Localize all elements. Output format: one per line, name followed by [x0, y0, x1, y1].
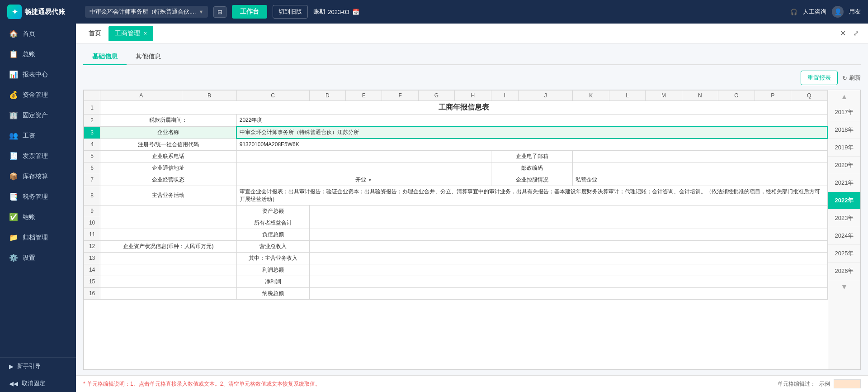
col-header-Q[interactable]: Q	[791, 91, 827, 101]
sidebar-label-inventory: 库存核算	[23, 172, 48, 181]
col-header-N[interactable]: N	[682, 91, 718, 101]
year-item-2023[interactable]: 2023年	[828, 210, 860, 227]
sidebar-item-settings[interactable]: ⚙️ 设置	[0, 248, 76, 268]
sidebar-item-inventory[interactable]: 📦 库存核算	[0, 166, 76, 186]
sidebar-item-home[interactable]: 🏠 首页	[0, 24, 76, 44]
spreadsheet-main[interactable]: A B C D E F G H I J K L	[84, 90, 828, 369]
sidebar-newbie[interactable]: ▶ 新手引导	[0, 358, 76, 375]
year-item-2020[interactable]: 2020年	[828, 157, 860, 174]
company-selector[interactable]: 中审众环会计师事务所（特殊普通合伙.... ▼	[85, 6, 208, 18]
sidebar-item-close[interactable]: ✅ 结账	[0, 207, 76, 227]
pin-icon: ◀◀	[9, 380, 18, 387]
tab-home[interactable]: 首页	[83, 26, 107, 41]
user-service-label[interactable]: 人工咨询	[803, 8, 826, 16]
row-num-9: 9	[84, 205, 100, 217]
sidebar-label-invoice: 发票管理	[23, 152, 48, 160]
col-header-I[interactable]: I	[491, 91, 518, 101]
col-header-D[interactable]: D	[309, 91, 345, 101]
assets-icon: 🏢	[9, 111, 18, 120]
sidebar-bottom: ▶ 新手引导 ◀◀ 取消固定	[0, 357, 76, 392]
sheet-title[interactable]: 工商年报信息表	[100, 101, 827, 115]
col-header-J[interactable]: J	[518, 91, 573, 101]
cell-9-value[interactable]	[309, 205, 827, 217]
col-header-F[interactable]: F	[382, 91, 418, 101]
cell-7-value2[interactable]: 私营企业	[573, 174, 827, 186]
subtab-basic[interactable]: 基础信息	[83, 49, 127, 65]
subtab-other[interactable]: 其他信息	[127, 49, 170, 65]
cell-5-value2[interactable]	[573, 150, 827, 162]
cell-6-value1[interactable]	[236, 162, 491, 174]
col-header-H[interactable]: H	[455, 91, 491, 101]
year-item-2021[interactable]: 2021年	[828, 174, 860, 192]
tab-bar-actions: ✕ ⤢	[838, 27, 861, 39]
cell-15-value[interactable]	[309, 276, 827, 287]
year-item-2022[interactable]: 2022年	[828, 192, 860, 210]
close-panel-button[interactable]: ✕	[838, 27, 848, 39]
tab-close-icon[interactable]: ×	[144, 30, 147, 37]
sidebar-item-tax[interactable]: 📑 税务管理	[0, 186, 76, 207]
row-num-3: 3	[84, 126, 100, 139]
cell-7-dropdown[interactable]: 开业 ▼	[236, 174, 491, 186]
cell-4-value[interactable]: 91320100MA208E5W6K	[236, 139, 827, 150]
reset-report-button[interactable]: 重置报表	[801, 71, 838, 85]
col-header-B[interactable]: B	[182, 91, 237, 101]
col-header-G[interactable]: G	[418, 91, 454, 101]
cell-6-value2[interactable]	[573, 162, 827, 174]
sidebar-item-invoice[interactable]: 🧾 发票管理	[0, 146, 76, 166]
table-row: 7 企业经营状态 开业 ▼ 企业控股情况 私营企业	[84, 174, 828, 186]
year-item-2026[interactable]: 2026年	[828, 263, 860, 280]
cell-16-value[interactable]	[309, 287, 827, 299]
toolbar: 重置报表 ↻ 刷新	[83, 71, 861, 85]
sidebar-unpin[interactable]: ◀◀ 取消固定	[0, 375, 76, 392]
col-header-K[interactable]: K	[573, 91, 609, 101]
copy-company-button[interactable]: ⊟	[213, 6, 226, 18]
col-header-E[interactable]: E	[345, 91, 382, 101]
cell-14-value[interactable]	[309, 264, 827, 276]
dropdown-arrow-icon: ▼	[368, 177, 372, 182]
sidebar-item-reports[interactable]: 📊 报表中心	[0, 64, 76, 85]
workbench-button[interactable]: 工作台	[232, 5, 267, 19]
table-row: 10 所有者权益合计	[84, 217, 828, 229]
cell-8-value[interactable]: 审查企业会计报表；出具审计报告；验证企业资本；出具验资报告；办理企业合并、分立、…	[236, 186, 827, 205]
refresh-icon: ↻	[842, 75, 847, 81]
sidebar-item-ledger[interactable]: 📋 总账	[0, 44, 76, 64]
table-row: 8 主营业务活动 审查企业会计报表；出具审计报告；验证企业资本；出具验资报告；办…	[84, 186, 828, 205]
reports-icon: 📊	[9, 70, 18, 79]
calendar-icon[interactable]: 📅	[352, 9, 359, 15]
col-header-A[interactable]: A	[100, 91, 182, 101]
table-row: 1 工商年报信息表	[84, 101, 828, 115]
col-header-O[interactable]: O	[718, 91, 755, 101]
cell-3-value[interactable]: 中审众环会计师事务所（特殊普通合伙）江苏分所	[236, 126, 827, 139]
year-panel-up[interactable]: ▲	[828, 90, 860, 104]
sidebar-label-close: 结账	[23, 213, 35, 221]
cell-5-value1[interactable]	[236, 150, 491, 162]
cell-11-sublabel: 负债总额	[236, 229, 309, 240]
col-header-L[interactable]: L	[609, 91, 645, 101]
cell-10-value[interactable]	[309, 217, 827, 229]
cell-12-value[interactable]	[309, 240, 827, 252]
tab-industrial[interactable]: 工商管理 ×	[108, 26, 153, 41]
cell-13-value[interactable]	[309, 252, 827, 264]
oldver-button[interactable]: 切到旧版	[273, 5, 308, 19]
sidebar-item-payroll[interactable]: 👥 工资	[0, 125, 76, 146]
year-item-2019[interactable]: 2019年	[828, 139, 860, 157]
year-panel-down[interactable]: ▼	[828, 280, 860, 294]
cell-2-value[interactable]: 2022年度	[236, 115, 827, 127]
year-item-2018[interactable]: 2018年	[828, 121, 860, 139]
col-header-M[interactable]: M	[646, 91, 682, 101]
cell-11-value[interactable]	[309, 229, 827, 240]
year-item-2024[interactable]: 2024年	[828, 227, 860, 245]
sidebar-item-archive[interactable]: 📁 归档管理	[0, 227, 76, 248]
sidebar-label-payroll: 工资	[23, 132, 35, 140]
year-item-2025[interactable]: 2025年	[828, 245, 860, 263]
expand-button[interactable]: ⤢	[851, 27, 861, 39]
bottom-right: 单元格编辑过： 示例	[778, 379, 861, 388]
cell-16-sublabel: 纳税总额	[236, 287, 309, 299]
refresh-button[interactable]: ↻ 刷新	[842, 74, 861, 82]
col-header-P[interactable]: P	[755, 91, 791, 101]
sidebar-item-assets[interactable]: 🏢 固定资产	[0, 105, 76, 125]
col-header-C[interactable]: C	[236, 91, 309, 101]
sidebar-item-finance[interactable]: 💰 资金管理	[0, 85, 76, 105]
year-item-2017[interactable]: 2017年	[828, 104, 860, 121]
home-icon: 🏠	[9, 29, 18, 38]
